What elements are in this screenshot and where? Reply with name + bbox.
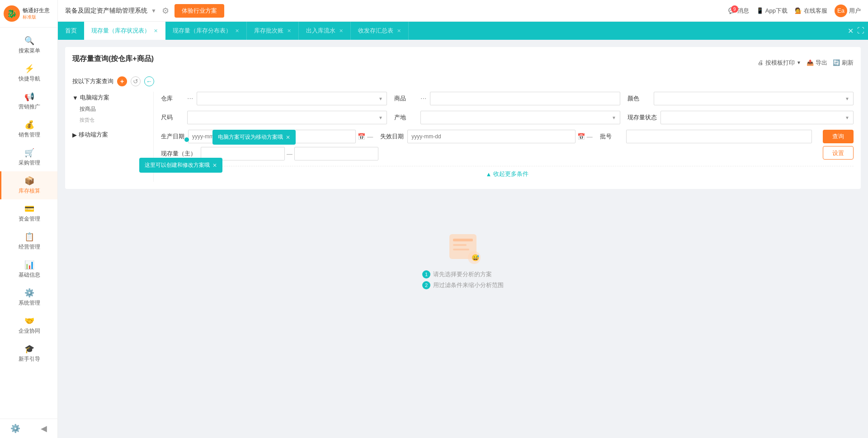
query-button[interactable]: 查询 <box>823 130 854 143</box>
sidebar-item-system[interactable]: ⚙️ 系统管理 <box>0 283 57 311</box>
collapse-icon: ▲ <box>486 171 492 178</box>
system-icon: ⚙️ <box>24 288 34 298</box>
scheme-item-by-warehouse[interactable]: 按货仓 <box>72 115 150 125</box>
app-download-button[interactable]: 📱 App下载 <box>756 7 788 15</box>
support-label: 在线客服 <box>804 7 827 15</box>
stock-status-select-arrow: ▼ <box>845 115 849 120</box>
sidebar-item-guide[interactable]: 🎓 新手引导 <box>0 339 57 367</box>
svg-rect-2 <box>453 244 467 246</box>
tab-home[interactable]: 首页 <box>58 22 84 40</box>
tab-close-receive-summary[interactable]: ✕ <box>397 28 401 34</box>
scheme-group-mobile-arrow: ▶ <box>72 132 77 138</box>
expiry-date-wrap: 📅 — <box>407 130 592 143</box>
purchase-icon: 🛒 <box>24 148 34 158</box>
scheme-group-desktop-toggle[interactable]: ▼ 电脑端方案 <box>72 92 150 104</box>
sidebar-item-marketing[interactable]: 📢 营销推广 <box>0 87 57 115</box>
product-label: 商品 <box>394 94 417 103</box>
filter-field-batch: 批号 <box>600 130 812 143</box>
batch-label: 批号 <box>600 132 623 141</box>
tab-fullscreen-icon[interactable]: ⛶ <box>857 27 864 35</box>
edit-tooltip-close[interactable]: ✕ <box>212 162 217 169</box>
toolbar-row: 现存量查询(按仓库+商品) 🖨 按模板打印 ▼ 📤 导出 🔄 刷新 <box>72 54 854 71</box>
sidebar-item-enterprise[interactable]: 🤝 企业协同 <box>0 311 57 339</box>
warehouse-select[interactable]: ▼ <box>197 92 387 105</box>
system-select[interactable]: 装备及固定资产辅助管理系统 ▼ <box>65 7 156 15</box>
size-label: 尺码 <box>161 113 184 122</box>
back-scheme-button[interactable]: ← <box>144 76 154 86</box>
toolbar-right: 🖨 按模板打印 ▼ 📤 导出 🔄 刷新 <box>758 59 854 67</box>
scheme-group-mobile-toggle[interactable]: ▶ 移动端方案 <box>72 129 150 141</box>
sidebar-item-quick[interactable]: ⚡ 快捷导航 <box>0 59 57 87</box>
enterprise-icon: 🤝 <box>24 316 34 326</box>
settings-bottom-icon[interactable]: ⚙️ <box>10 424 20 433</box>
tab-close-all-icon[interactable]: ✕ <box>848 27 854 35</box>
page-title: 现存量查询(按仓库+商品) <box>72 54 154 64</box>
scheme-item-by-product[interactable]: 按商品 <box>72 104 150 115</box>
tab-receive-summary[interactable]: 收发存汇总表 ✕ <box>351 22 409 40</box>
size-select-arrow: ▼ <box>378 115 383 120</box>
stock-status-select[interactable]: ▼ <box>660 111 854 124</box>
operation-icon: 📋 <box>24 232 34 242</box>
filter-field-warehouse: 仓库 ··· ▼ <box>161 92 387 105</box>
empty-illustration: 😅 <box>436 225 490 270</box>
refresh-button[interactable]: 🔄 刷新 <box>833 59 854 67</box>
svg-rect-3 <box>453 249 469 250</box>
filter-field-product: 商品 ··· <box>394 92 620 105</box>
collapse-row[interactable]: ▲ 收起更多条件 <box>161 166 854 182</box>
message-button[interactable]: 💬 9 消息 <box>728 7 749 15</box>
trial-button[interactable]: 体验行业方案 <box>175 4 224 18</box>
tab-close-batch-account[interactable]: ✕ <box>287 28 291 34</box>
color-select[interactable]: ▼ <box>654 92 854 105</box>
sidebar-logo: 🐉 畅通好生意 标准版 <box>0 0 57 28</box>
tab-inventory-dist[interactable]: 现存量（库存分布表） ✕ <box>165 22 247 40</box>
prod-date-dash: — <box>367 133 373 140</box>
export-button[interactable]: 📤 导出 <box>807 59 827 67</box>
print-button[interactable]: 🖨 按模板打印 ▼ <box>758 59 801 67</box>
sidebar-item-finance[interactable]: 💳 资金管理 <box>0 199 57 227</box>
finance-icon: 💳 <box>24 204 34 214</box>
collapse-sidebar-icon[interactable]: ◀ <box>41 424 47 433</box>
topbar-right: 💬 9 消息 📱 App下载 💁 在线客服 Ea 用户 <box>728 5 861 17</box>
tab-close-inout-flow[interactable]: ✕ <box>339 28 343 34</box>
topbar-settings-icon[interactable]: ⚙ <box>162 6 169 16</box>
size-select[interactable]: ▼ <box>187 111 387 124</box>
basic-icon: 📊 <box>24 260 34 270</box>
filter-row-4: 现存量（主） — <box>161 147 812 160</box>
tab-close-inventory-dist[interactable]: ✕ <box>235 28 239 34</box>
stock-qty-max[interactable] <box>294 147 378 160</box>
expiry-date-from[interactable] <box>407 130 575 143</box>
prod-date-calendar-icon[interactable]: 📅 <box>358 133 365 140</box>
sidebar-item-search[interactable]: 🔍 搜索菜单 <box>0 31 57 59</box>
refresh-scheme-button[interactable]: ↺ <box>131 76 141 86</box>
sidebar-item-purchase[interactable]: 🛒 采购管理 <box>0 143 57 171</box>
search-icon: 🔍 <box>24 36 34 46</box>
tip-num-2: 2 <box>422 281 430 289</box>
edit-tooltip-text: 这里可以创建和修改方案哦 <box>145 161 210 169</box>
tab-batch-account[interactable]: 库存批次账 ✕ <box>247 22 299 40</box>
empty-state: 😅 1 请先选择要分析的方案 2 用过滤条件来缩小分析范围 <box>65 189 861 328</box>
sidebar-item-operation[interactable]: 📋 经营管理 <box>0 227 57 255</box>
user-label: 用户 <box>849 7 861 15</box>
origin-select[interactable]: ▼ <box>420 111 620 124</box>
scheme-tooltip: 电脑方案可设为移动方案哦 ✕ <box>212 130 296 145</box>
sidebar-item-inventory[interactable]: 📦 库存核算 <box>0 171 57 199</box>
filter-field-origin: 产地 ▼ <box>394 111 620 124</box>
user-avatar: Ea <box>835 5 847 17</box>
batch-input[interactable] <box>626 130 812 143</box>
expiry-date-calendar-icon[interactable]: 📅 <box>577 133 585 140</box>
tab-inout-flow[interactable]: 出入库流水 ✕ <box>299 22 351 40</box>
user-menu[interactable]: Ea 用户 <box>835 5 861 17</box>
add-scheme-button[interactable]: + <box>117 76 127 86</box>
tab-inventory-status[interactable]: 现存量（库存状况表） ✕ <box>84 22 165 40</box>
export-icon: 📤 <box>807 59 814 66</box>
online-support-button[interactable]: 💁 在线客服 <box>795 7 827 15</box>
scheme-tooltip-close[interactable]: ✕ <box>286 134 290 141</box>
stock-status-label: 现存量状态 <box>627 113 657 122</box>
sidebar-item-sales[interactable]: 💰 销售管理 <box>0 115 57 143</box>
print-icon: 🖨 <box>758 59 764 66</box>
support-icon: 💁 <box>795 7 802 14</box>
tab-close-inventory-status[interactable]: ✕ <box>154 28 158 34</box>
settings-button[interactable]: 设置 <box>823 146 854 160</box>
sidebar-item-basic[interactable]: 📊 基础信息 <box>0 255 57 283</box>
product-input[interactable] <box>430 92 620 105</box>
